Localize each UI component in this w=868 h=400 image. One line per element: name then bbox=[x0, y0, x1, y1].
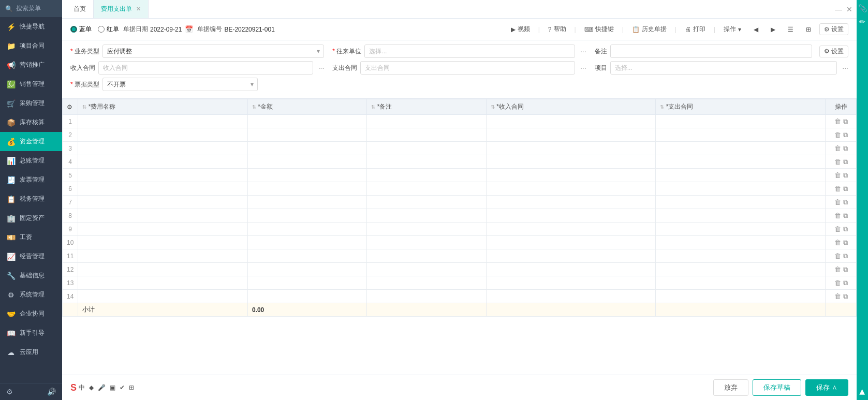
copy-icon[interactable]: ⧉ bbox=[843, 198, 848, 206]
tab-close-expense[interactable]: ✕ bbox=[136, 6, 141, 12]
delete-icon[interactable]: 🗑 bbox=[834, 239, 841, 247]
calendar-icon[interactable]: 📅 bbox=[185, 25, 193, 33]
expense-contract-cell[interactable] bbox=[656, 182, 826, 196]
amount-cell[interactable] bbox=[247, 236, 367, 249]
list-view-button[interactable]: ☰ bbox=[784, 25, 798, 34]
sidebar-item-payroll[interactable]: 💴 工资 bbox=[0, 228, 62, 247]
tab-home[interactable]: 首页 bbox=[66, 0, 94, 18]
expense-contract-cell[interactable] bbox=[656, 236, 826, 249]
expense-contract-cell[interactable] bbox=[656, 223, 826, 236]
radio-blue-label[interactable]: 蓝单 bbox=[70, 25, 92, 34]
expense-contract-cell[interactable] bbox=[656, 276, 826, 290]
copy-icon[interactable]: ⧉ bbox=[843, 212, 848, 220]
sidebar-item-fixed-assets[interactable]: 🏢 固定资产 bbox=[0, 209, 62, 228]
remark-cell[interactable] bbox=[367, 290, 487, 303]
brand-icon-4[interactable]: ▣ bbox=[110, 384, 115, 391]
copy-icon[interactable]: ⧉ bbox=[843, 292, 848, 301]
help-button[interactable]: ? 帮助 bbox=[544, 24, 570, 35]
edit-icon[interactable]: ✏ bbox=[859, 16, 865, 28]
income-contract-cell[interactable] bbox=[486, 249, 656, 263]
table-header-settings[interactable]: ⚙ bbox=[63, 99, 78, 115]
income-contract-cell[interactable] bbox=[486, 290, 656, 303]
expand-icon[interactable]: ◀ bbox=[856, 389, 868, 395]
discard-button[interactable]: 放弃 bbox=[713, 379, 748, 396]
expense-contract-cell[interactable] bbox=[656, 249, 826, 263]
sidebar-item-sales[interactable]: 💹 销售管理 bbox=[0, 75, 62, 94]
delete-icon[interactable]: 🗑 bbox=[834, 171, 841, 180]
sort-up-icon[interactable]: ⇅ bbox=[82, 104, 86, 110]
expense-name-cell[interactable] bbox=[78, 236, 248, 249]
delete-icon[interactable]: 🗑 bbox=[834, 225, 841, 233]
history-button[interactable]: 📋 历史单据 bbox=[628, 24, 671, 35]
amount-cell[interactable] bbox=[247, 263, 367, 276]
expense-name-cell[interactable] bbox=[78, 128, 248, 142]
amount-cell[interactable] bbox=[247, 249, 367, 263]
prev-button[interactable]: ◀ bbox=[749, 25, 762, 34]
video-button[interactable]: ▶ 视频 bbox=[507, 24, 534, 35]
delete-icon[interactable]: 🗑 bbox=[834, 198, 841, 206]
amount-cell[interactable] bbox=[247, 276, 367, 290]
income-contract-cell[interactable] bbox=[486, 196, 656, 209]
remark-cell[interactable] bbox=[367, 128, 487, 142]
settings-icon[interactable]: ⚙ bbox=[6, 388, 13, 396]
sidebar-search[interactable]: 🔍 搜索菜单 bbox=[0, 0, 62, 17]
amount-cell[interactable] bbox=[247, 169, 367, 182]
delete-icon[interactable]: 🗑 bbox=[834, 144, 841, 153]
attachment-icon[interactable]: 📎 bbox=[858, 2, 867, 14]
expense-name-cell[interactable] bbox=[78, 169, 248, 182]
expense-contract-cell[interactable] bbox=[656, 142, 826, 155]
shortcut-button[interactable]: ⌨ 快捷键 bbox=[580, 24, 618, 35]
sidebar-item-guide[interactable]: 📖 新手引导 bbox=[0, 323, 62, 343]
expense-contract-cell[interactable] bbox=[656, 290, 826, 303]
amount-cell[interactable] bbox=[247, 182, 367, 196]
table-header-expense-name[interactable]: ⇅ *费用名称 bbox=[78, 99, 248, 115]
expense-name-cell[interactable] bbox=[78, 196, 248, 209]
grid-view-button[interactable]: ⊞ bbox=[802, 25, 815, 34]
amount-cell[interactable] bbox=[247, 155, 367, 169]
income-contract-cell[interactable] bbox=[486, 276, 656, 290]
next-button[interactable]: ▶ bbox=[767, 25, 779, 34]
operations-button[interactable]: 操作 ▾ bbox=[719, 24, 745, 35]
sidebar-item-quick-nav[interactable]: ⚡ 快捷导航 bbox=[0, 17, 62, 36]
expense-contract-cell[interactable] bbox=[656, 196, 826, 209]
sidebar-item-tax[interactable]: 📋 税务管理 bbox=[0, 189, 62, 209]
minimize-button[interactable]: — bbox=[835, 5, 842, 13]
expense-name-cell[interactable] bbox=[78, 142, 248, 155]
income-contract-cell[interactable] bbox=[486, 142, 656, 155]
income-contract-cell[interactable] bbox=[486, 223, 656, 236]
expense-name-cell[interactable] bbox=[78, 249, 248, 263]
income-contract-cell[interactable] bbox=[486, 115, 656, 128]
delete-icon[interactable]: 🗑 bbox=[834, 158, 841, 166]
form-settings-button[interactable]: ⚙ 设置 bbox=[819, 46, 848, 57]
invoice-type-select[interactable]: 不开票 bbox=[102, 78, 258, 91]
amount-cell[interactable] bbox=[247, 290, 367, 303]
business-type-select[interactable]: 应付调整 bbox=[102, 45, 324, 58]
copy-icon[interactable]: ⧉ bbox=[843, 225, 848, 233]
audio-icon[interactable]: 🔊 bbox=[47, 388, 56, 396]
brand-icon-2[interactable]: ◆ bbox=[89, 384, 94, 391]
save-button[interactable]: 保存 ∧ bbox=[805, 379, 848, 396]
expense-contract-cell[interactable] bbox=[656, 115, 826, 128]
remark-cell[interactable] bbox=[367, 196, 487, 209]
delete-icon[interactable]: 🗑 bbox=[834, 279, 841, 287]
remark-cell[interactable] bbox=[367, 263, 487, 276]
copy-icon[interactable]: ⧉ bbox=[843, 279, 848, 287]
copy-icon[interactable]: ⧉ bbox=[843, 171, 848, 180]
project-input[interactable] bbox=[610, 61, 837, 75]
amount-cell[interactable] bbox=[247, 142, 367, 155]
delete-icon[interactable]: 🗑 bbox=[834, 185, 841, 193]
copy-icon[interactable]: ⧉ bbox=[843, 239, 848, 247]
radio-red-label[interactable]: 红单 bbox=[98, 25, 119, 34]
radio-red[interactable] bbox=[98, 26, 105, 33]
copy-icon[interactable]: ⧉ bbox=[843, 117, 848, 126]
expense-contract-dots-icon[interactable]: ··· bbox=[580, 64, 586, 72]
amount-cell[interactable] bbox=[247, 128, 367, 142]
sidebar-item-accounting[interactable]: 📊 总账管理 bbox=[0, 151, 62, 170]
income-contract-cell[interactable] bbox=[486, 128, 656, 142]
expense-name-cell[interactable] bbox=[78, 276, 248, 290]
remark-cell[interactable] bbox=[367, 209, 487, 223]
expense-contract-cell[interactable] bbox=[656, 263, 826, 276]
settings-button[interactable]: ⚙ 设置 bbox=[819, 23, 848, 35]
delete-icon[interactable]: 🗑 bbox=[834, 265, 841, 274]
remark-cell[interactable] bbox=[367, 155, 487, 169]
